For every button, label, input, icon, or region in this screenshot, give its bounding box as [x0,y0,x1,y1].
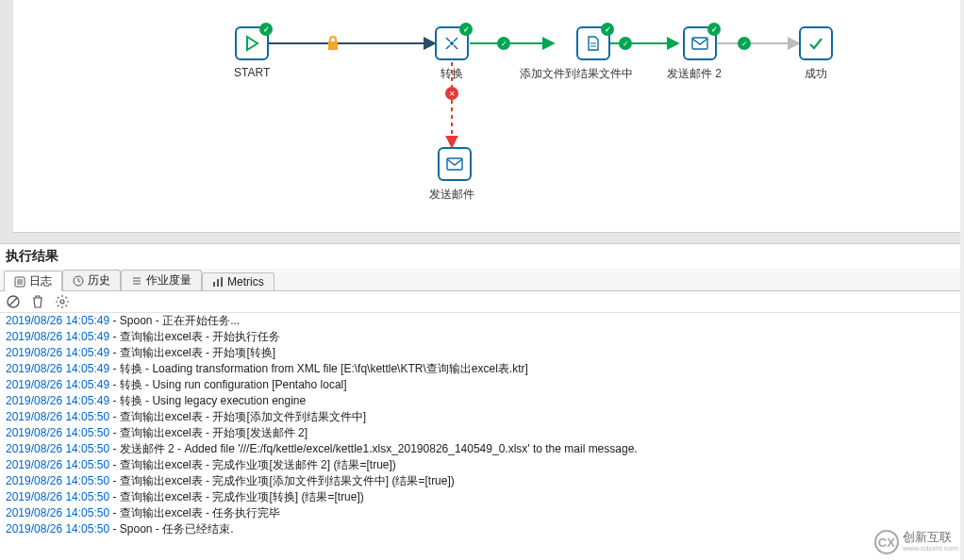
metrics-cn-icon [131,275,142,287]
log-line: 2019/08/26 14:05:50 - 发送邮件 2 - Added fil… [6,441,958,457]
watermark-brand: 创新互联 [903,531,958,544]
canvas-scrollbar-horizontal[interactable] [13,232,964,243]
svg-rect-6 [692,38,707,49]
log-line: 2019/08/26 14:05:49 - Spoon - 正在开始任务... [6,313,958,329]
node-label: 成功 [799,66,833,82]
check-icon [807,35,824,52]
stop-button[interactable] [6,294,21,309]
clear-log-button[interactable] [30,294,45,309]
node-label: 发送邮件 [429,187,474,203]
log-line: 2019/08/26 14:05:49 - 查询输出excel表 - 开始执行任… [6,329,958,345]
history-icon [73,275,84,287]
svg-line-26 [58,297,58,298]
tab-history[interactable]: 历史 [62,270,121,290]
log-icon [14,276,25,288]
svg-line-29 [66,297,67,298]
log-line: 2019/08/26 14:05:50 - 查询输出excel表 - 完成作业项… [6,473,958,489]
watermark: CX 创新互联 www.cdcxhl.com [874,530,958,554]
log-line: 2019/08/26 14:05:49 - 转换 - Using legacy … [6,393,958,409]
log-line: 2019/08/26 14:05:50 - Spoon - 任务已经结束. [6,521,958,537]
node-label: 转换 [435,66,469,82]
play-icon [243,35,260,52]
status-ok-badge [459,23,473,36]
node-label: 添加文件到结果文件中 [520,66,633,82]
svg-rect-18 [221,277,223,287]
tab-log[interactable]: 日志 [4,271,62,291]
node-send-mail[interactable]: 发送邮件 [435,147,474,203]
svg-point-21 [60,300,64,304]
svg-rect-7 [447,158,462,170]
log-settings-button[interactable] [55,294,70,309]
svg-line-20 [9,298,17,305]
transform-icon [443,35,460,52]
node-send-mail-2[interactable]: 发送邮件 2 [678,26,722,82]
node-add-file[interactable]: 添加文件到结果文件中 [554,26,633,82]
log-line: 2019/08/26 14:05:49 - 查询输出excel表 - 开始项[转… [6,345,958,361]
log-line: 2019/08/26 14:05:49 - 转换 - Using run con… [6,377,958,393]
tab-label: 历史 [88,272,110,288]
log-line: 2019/08/26 14:05:50 - 查询输出excel表 - 开始项[添… [6,409,958,425]
log-output[interactable]: 2019/08/26 14:05:49 - Spoon - 正在开始任务...2… [0,313,964,537]
job-canvas[interactable]: START 转换 添加文件到结果文件中 发送邮件 2 成功 发送邮件 [0,0,964,243]
status-ok-badge [259,23,273,36]
svg-point-5 [451,42,453,44]
log-line: 2019/08/26 14:05:50 - 查询输出excel表 - 完成作业项… [6,457,958,473]
node-label: START [234,66,270,79]
unconditional-lock-icon [326,36,340,54]
hop-error-icon [445,87,458,100]
log-toolbar [0,291,964,313]
svg-line-28 [58,305,58,306]
status-ok-badge [601,23,614,36]
tab-metrics[interactable]: Metrics [202,272,274,290]
results-tabs: 日志 历史 作业度量 Metrics [0,269,964,291]
hop-success-icon [738,37,751,50]
tab-label: 作业度量 [146,272,191,288]
svg-line-27 [66,305,67,306]
svg-rect-16 [213,282,215,287]
node-transform[interactable]: 转换 [435,26,469,82]
results-title: 执行结果 [0,243,964,269]
watermark-logo: CX [874,530,899,554]
log-line: 2019/08/26 14:05:50 - 查询输出excel表 - 开始项[发… [6,425,958,441]
mail-icon [691,37,708,50]
mail-icon [446,157,463,171]
file-icon [585,35,602,52]
svg-rect-17 [217,279,219,287]
log-line: 2019/08/26 14:05:50 - 查询输出excel表 - 任务执行完… [6,505,958,521]
tab-job-metrics[interactable]: 作业度量 [121,270,202,290]
node-label: 发送邮件 2 [667,66,722,82]
tab-label: Metrics [227,275,264,288]
log-line: 2019/08/26 14:05:50 - 查询输出excel表 - 完成作业项… [6,489,958,505]
watermark-domain: www.cdcxhl.com [903,545,958,553]
log-line: 2019/08/26 14:05:49 - 转换 - Loading trans… [6,361,958,377]
node-start[interactable]: START [234,26,270,79]
metrics-icon [212,276,224,288]
status-ok-badge [707,23,721,36]
hop-success-icon [497,37,510,50]
node-success[interactable]: 成功 [799,26,833,82]
tab-label: 日志 [29,273,52,289]
right-scrollbar[interactable] [960,0,964,560]
